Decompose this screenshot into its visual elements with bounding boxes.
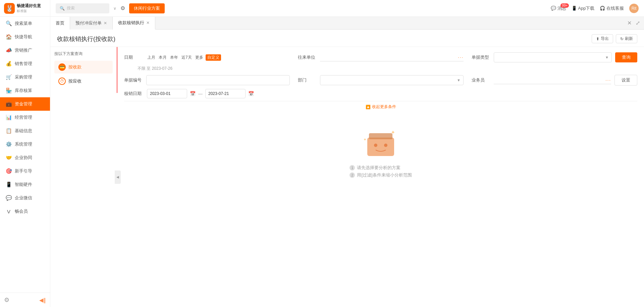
sidebar-item-marketing-label: 营销推广: [15, 47, 32, 53]
sidebar-item-enterprise[interactable]: 🤝 企业协同: [0, 151, 50, 164]
collapse-more-btn[interactable]: 🔼 收起更多条件: [124, 101, 637, 112]
filter-panel-wrapper: 按以下方案查询 💳 按收款 ⏱ 按应收 ◀: [50, 47, 117, 307]
service-icon: 🎧: [600, 6, 605, 11]
sidebar-item-purchase[interactable]: 🛒 采购管理: [0, 70, 50, 84]
svg-text:✦: ✦: [363, 137, 367, 142]
tip-num-1: 1: [350, 165, 355, 170]
basicinfo-icon: 📋: [5, 127, 12, 134]
expand-tab-icon[interactable]: ⤢: [634, 18, 641, 28]
topbar-chevron-icon[interactable]: ∨: [113, 6, 116, 11]
verify-date-label: 核销日期: [124, 91, 144, 97]
sidebar-item-inventory[interactable]: 🏪 库存核算: [0, 84, 50, 97]
docno-input[interactable]: [146, 75, 290, 85]
topbar: 🔍 搜索 ∨ ⚙ 休闲行业方案 💬 99+ 消息 📱 App下载 🎧 在线客服 …: [50, 0, 644, 17]
filter-by-receivable[interactable]: ⏱ 按应收: [54, 75, 113, 88]
collapse-filter-btn[interactable]: ◀: [115, 170, 121, 184]
download-icon: 📱: [572, 6, 577, 11]
home-icon: 🏠: [5, 34, 12, 40]
user-avatar[interactable]: Rit: [629, 4, 639, 13]
dept-filter-row: 部门 ▼: [298, 75, 464, 85]
sidebar-footer: ⚙ ◀‖: [0, 293, 50, 307]
tab-receipt-verify[interactable]: 收款核销执行 ✕: [113, 17, 155, 30]
date-label: 日期: [124, 54, 144, 60]
filter-by-receipt-label: 按收款: [68, 64, 82, 70]
setting-button[interactable]: 设置: [614, 75, 637, 86]
date-tag-this-year[interactable]: 本年: [169, 54, 179, 61]
search-button[interactable]: 查询: [615, 52, 637, 62]
finance-icon: 💼: [5, 101, 12, 107]
sidebar-item-finance[interactable]: 💼 资金管理: [0, 97, 50, 111]
sidebar-item-vip[interactable]: V 畅会员: [0, 205, 50, 218]
verify-date-end-input[interactable]: [205, 89, 246, 98]
logo-text: 畅捷通好生意 标准版: [17, 3, 41, 13]
empty-tip-1: 1 请先选择要分析的方案: [350, 165, 412, 171]
refresh-button[interactable]: ↻ 刷新: [616, 34, 637, 43]
close-tab-icon[interactable]: ✕: [626, 18, 633, 28]
counterpart-filter-row: 往来单位 ···: [298, 53, 464, 61]
date-tag-more[interactable]: 更多: [194, 54, 204, 61]
tab-prepay[interactable]: 预付冲应付单 ✕: [70, 17, 113, 30]
staff-select-btn[interactable]: ···: [605, 78, 611, 83]
refresh-icon: ↻: [620, 37, 624, 41]
tip-num-2: 2: [350, 172, 355, 178]
verify-date-start-input[interactable]: [147, 89, 187, 98]
dept-select[interactable]: ▼: [320, 75, 464, 85]
verify-date-start-calendar-icon[interactable]: 📅: [190, 91, 196, 96]
date-tag-last-month[interactable]: 上月: [146, 54, 156, 61]
svg-point-2: [374, 144, 377, 147]
topbar-right: 💬 99+ 消息 📱 App下载 🎧 在线客服 Rit: [551, 4, 639, 13]
filter-by-receipt[interactable]: 💳 按收款: [54, 61, 113, 73]
date-unlimited-text: 不限 至 2023-07-26: [138, 66, 637, 71]
sidebar-item-sales[interactable]: 💰 销售管理: [0, 57, 50, 70]
doctype-filter-row: 单据类型 ▼ 查询: [472, 52, 637, 62]
message-badge-count: 99+: [560, 3, 569, 8]
sidebar-item-sysadmin[interactable]: ⚙️ 系统管理: [0, 138, 50, 151]
docno-label: 单据编号: [124, 77, 144, 83]
empty-illustration: ✦ ✦: [361, 126, 401, 159]
sidebar-item-wechat[interactable]: 💬 企业微信: [0, 191, 50, 205]
svg-rect-1: [369, 133, 392, 139]
tab-prepay-close[interactable]: ✕: [104, 21, 107, 25]
tab-receipt-verify-close[interactable]: ✕: [146, 20, 150, 25]
filter-panel: 按以下方案查询 💳 按收款 ⏱ 按应收: [50, 47, 117, 93]
sidebar-item-sysadmin-label: 系统管理: [15, 141, 32, 147]
sidebar-item-marketing[interactable]: 📣 营销推广: [0, 44, 50, 57]
sidebar-item-guide[interactable]: 🎯 新手引导: [0, 164, 50, 178]
topbar-search-input[interactable]: 🔍 搜索: [56, 3, 109, 13]
docno-filter-row: 单据编号: [124, 75, 290, 85]
settings-icon[interactable]: ⚙: [4, 296, 9, 304]
sidebar-item-search-label: 搜索菜单: [15, 20, 32, 27]
date-tag-7days[interactable]: 近7天: [180, 54, 193, 61]
content-area: 按以下方案查询 💳 按收款 ⏱ 按应收 ◀: [50, 47, 644, 307]
topbar-search-icon: 🔍: [60, 6, 65, 11]
empty-state: ✦ ✦ 1 请先选择要分析的方案 2 用[过滤]条件来缩小分析范围: [124, 112, 637, 178]
sidebar-item-hardware[interactable]: 📱 智能硬件: [0, 178, 50, 191]
date-tag-this-month[interactable]: 本月: [158, 54, 168, 61]
doctype-select[interactable]: ▼: [494, 52, 612, 62]
tab-home[interactable]: 首页: [50, 17, 70, 30]
solution-button[interactable]: 休闲行业方案: [129, 3, 165, 13]
counterpart-select-btn[interactable]: ···: [458, 55, 464, 60]
sidebar-item-vip-label: 畅会员: [15, 208, 28, 214]
collapse-sidebar-btn[interactable]: ◀‖: [39, 297, 46, 303]
doctype-label: 单据类型: [472, 54, 492, 60]
tip-text-1: 请先选择要分析的方案: [357, 165, 400, 171]
svg-rect-0: [367, 138, 394, 156]
app-download-link[interactable]: 📱 App下载: [572, 5, 594, 11]
topbar-gear-icon[interactable]: ⚙: [120, 5, 125, 11]
sidebar-item-sales-label: 销售管理: [15, 61, 32, 67]
verify-date-row: 核销日期 📅 — 📅: [124, 89, 637, 98]
date-tag-custom[interactable]: 自定义: [206, 54, 221, 61]
staff-filter-row: 业务员 ··· 设置: [472, 75, 637, 86]
sidebar-item-quicknav[interactable]: 🏠 快捷导航: [0, 30, 50, 44]
message-button[interactable]: 💬 99+ 消息: [551, 5, 566, 11]
sidebar-item-search[interactable]: 🔍 搜索菜单: [0, 17, 50, 30]
export-button[interactable]: ⬆ 导出: [592, 34, 613, 43]
online-service-link[interactable]: 🎧 在线客服: [600, 5, 624, 11]
sidebar-item-basicinfo[interactable]: 📋 基础信息: [0, 124, 50, 138]
verify-date-end-calendar-icon[interactable]: 📅: [248, 91, 254, 96]
tab-receipt-verify-label: 收款核销执行: [118, 20, 144, 26]
message-icon: 💬: [551, 6, 556, 11]
logo-icon: 🐰: [4, 3, 15, 14]
sidebar-item-operations[interactable]: 📊 经营管理: [0, 111, 50, 124]
